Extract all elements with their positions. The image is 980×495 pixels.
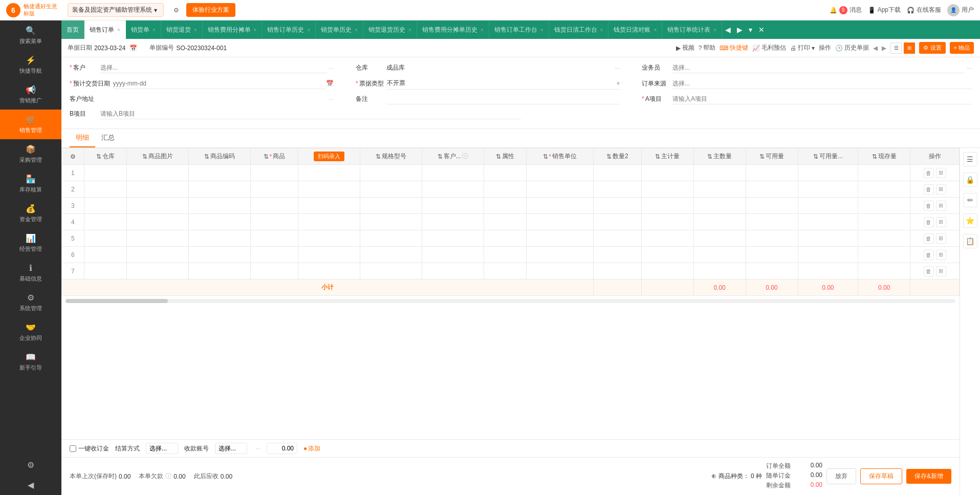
save-draft-button[interactable]: 保存草稿 (860, 468, 902, 484)
col-customer-code[interactable]: ⇅客户...ⓘ (422, 148, 484, 165)
sidebar-item-search[interactable]: 🔍 搜索菜单 (0, 20, 61, 50)
sidebar-item-marketing[interactable]: 📢 营销推广 (0, 80, 61, 110)
a-project-input[interactable] (672, 94, 972, 104)
tab-return-history[interactable]: 销货退货历史 × (363, 20, 417, 39)
copy-row-button[interactable]: ⊞ (936, 201, 946, 211)
col-scan[interactable]: 扫码录入 (298, 148, 360, 165)
right-panel-btn-3[interactable]: ✏ (963, 193, 977, 207)
tab-close-icon[interactable]: × (194, 27, 197, 33)
salesperson-input[interactable] (672, 62, 965, 73)
tab-sales-order[interactable]: 销售订单 × (84, 20, 126, 39)
col-main-qty[interactable]: ⇅主数量 (693, 148, 746, 165)
history-button[interactable]: 🕒 历史单据 (835, 44, 869, 52)
tab-sales-return[interactable]: 销货退货 × (161, 20, 203, 39)
delete-row-button[interactable]: 🗑 (924, 168, 934, 178)
system-gear-button[interactable]: ⚙ (169, 3, 183, 17)
col-attr[interactable]: ⇅属性 (484, 148, 526, 165)
amount-input[interactable] (267, 443, 297, 454)
sidebar-item-sales[interactable]: 🛒 销售管理 (0, 110, 61, 139)
discard-button[interactable]: 放弃 (826, 468, 856, 484)
customer-more-icon[interactable]: ··· (329, 64, 334, 72)
add-goods-button[interactable]: + 物品 (950, 42, 974, 54)
tab-detail[interactable]: 明细 (70, 129, 95, 147)
col-main-unit[interactable]: ⇅主计量 (641, 148, 693, 165)
sidebar-item-system[interactable]: ⚙ 系统管理 (0, 288, 61, 317)
settings-panel-button[interactable]: ⚙ 设置 (919, 42, 945, 54)
right-panel-btn-1[interactable]: ☰ (963, 152, 977, 166)
sidebar-item-basic-info[interactable]: ℹ 基础信息 (0, 258, 61, 288)
tab-cash-reconcile[interactable]: 钱货日清对账 × (608, 20, 662, 39)
copy-row-button[interactable]: ⊞ (936, 266, 946, 276)
tab-close-icon[interactable]: × (307, 27, 310, 33)
list-view-button[interactable]: ☰ (890, 42, 902, 54)
customer-input[interactable] (100, 62, 326, 73)
collection-more-icon[interactable]: ··· (255, 445, 260, 452)
copy-row-button[interactable]: ⊞ (936, 168, 946, 178)
tab-close-icon[interactable]: × (713, 27, 716, 33)
tab-sales-invoice[interactable]: 销货单 × (126, 20, 161, 39)
scan-button[interactable]: 扫码录入 (314, 152, 344, 161)
tab-close-icon[interactable]: × (600, 27, 603, 33)
next-record-icon[interactable]: ▶ (882, 45, 886, 52)
sidebar-item-purchase[interactable]: 📦 采购管理 (0, 139, 61, 169)
view-button[interactable]: ▶ 视频 (676, 44, 694, 52)
tab-cash-workbench[interactable]: 钱货日清工作台 × (549, 20, 609, 39)
right-panel-btn-4[interactable]: ⭐ (963, 213, 977, 228)
copy-row-button[interactable]: ⊞ (936, 184, 946, 195)
tab-close-icon[interactable]: × (117, 27, 120, 33)
order-source-input[interactable] (672, 78, 972, 89)
col-qty2[interactable]: ⇅数量2 (594, 148, 642, 165)
sidebar-item-quick-nav[interactable]: ⚡ 快捷导航 (0, 50, 61, 80)
salesperson-more-icon[interactable]: ··· (967, 64, 972, 72)
tab-prev-button[interactable]: ◀ (722, 20, 734, 39)
delete-row-button[interactable]: 🗑 (924, 250, 934, 260)
table-wrapper[interactable]: ⚙ ⇅仓库 ⇅商品图片 ⇅商品编码 (61, 148, 960, 439)
operation-button[interactable]: 操作 (819, 44, 831, 52)
tab-order-history[interactable]: 销售订单历史 × (262, 20, 316, 39)
right-panel-btn-2[interactable]: 🔒 (963, 173, 977, 187)
col-warehouse[interactable]: ⇅仓库 (84, 148, 126, 165)
col-unit[interactable]: ⇅*销售单位 (526, 148, 593, 165)
prev-record-icon[interactable]: ◀ (873, 45, 878, 52)
system-selector[interactable]: 装备及固定资产辅助管理系统 ▾ (68, 3, 164, 17)
col-available2[interactable]: ⇅可用量... (798, 148, 858, 165)
tab-close-icon[interactable]: × (254, 27, 257, 33)
sidebar-item-guide[interactable]: 📖 新手引导 (0, 347, 61, 377)
tab-expense-split[interactable]: 销售费用分摊单 × (203, 20, 263, 39)
sidebar-collapse-button[interactable]: ◀ (0, 475, 61, 495)
user-menu-button[interactable]: 👤 用户 (947, 4, 974, 16)
shortcut-button[interactable]: ⌨ 快捷键 (720, 44, 748, 52)
add-payment-button[interactable]: ● 添加 (303, 444, 320, 453)
calendar-icon[interactable]: 📅 (129, 45, 137, 52)
tab-close-icon[interactable]: × (481, 27, 484, 33)
notes-input[interactable] (386, 94, 620, 104)
tab-home[interactable]: 首页 (61, 20, 84, 39)
sidebar-item-cooperation[interactable]: 🤝 企业协同 (0, 317, 61, 347)
calendar2-icon[interactable]: 📅 (326, 80, 334, 87)
delete-row-button[interactable]: 🗑 (924, 201, 934, 211)
sidebar-item-inventory[interactable]: 🏪 库存核算 (0, 169, 61, 199)
delete-row-button[interactable]: 🗑 (924, 266, 934, 276)
app-download-button[interactable]: 📱 App下载 (868, 6, 901, 14)
sidebar-item-finance[interactable]: 💰 资金管理 (0, 199, 61, 228)
tab-close-icon[interactable]: × (540, 27, 543, 33)
tab-invoice-history[interactable]: 销货单历史 × (316, 20, 363, 39)
tab-close-icon[interactable]: × (153, 27, 156, 33)
help-button[interactable]: ? 帮助 (699, 44, 716, 52)
address-more-icon[interactable]: ··· (329, 96, 334, 103)
tab-expense-history[interactable]: 销售费用分摊单历史 × (417, 20, 489, 39)
tab-more-button[interactable]: ▾ (746, 20, 755, 39)
invoice-type-select[interactable]: 不开票 ▾ (387, 77, 620, 90)
print-button[interactable]: 🖨 打印 ▾ (790, 44, 815, 52)
col-code[interactable]: ⇅商品编码 (188, 148, 250, 165)
col-spec[interactable]: ⇅规格型号 (360, 148, 422, 165)
one-click-checkout-checkbox[interactable]: 一键收订金 (70, 444, 109, 453)
tab-sales-stats[interactable]: 销售订单统计表 × (662, 20, 722, 39)
col-available[interactable]: ⇅可用量 (746, 148, 798, 165)
col-settings[interactable]: ⚙ (62, 148, 84, 165)
notice-button[interactable]: 🔔 9 消息 (830, 6, 862, 14)
col-stock[interactable]: ⇅现存量 (858, 148, 910, 165)
tab-order-workbench[interactable]: 销售订单工作台 × (489, 20, 549, 39)
copy-row-button[interactable]: ⊞ (936, 233, 946, 244)
sidebar-item-operations[interactable]: 📊 经营管理 (0, 228, 61, 258)
